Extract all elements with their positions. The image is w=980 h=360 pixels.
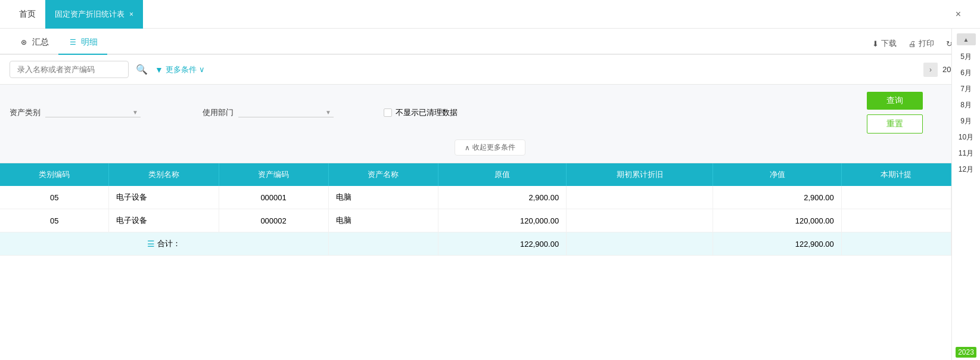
year-badge: 2023 (956, 347, 976, 358)
more-conditions-button[interactable]: ▼ 更多条件 ∨ (155, 64, 205, 75)
query-button[interactable]: 查询 (867, 92, 923, 110)
month-item[interactable]: 12月 (959, 162, 973, 178)
table-row: 05 电子设备 000002 电脑 120,000.00 120,000.00 (0, 209, 951, 232)
cell-accumulated-depreciation (567, 209, 713, 232)
tab-detail-label: 明细 (81, 37, 98, 48)
table-header-row: 类别编码 类别名称 资产编码 资产名称 原值 期初累计折旧 净值 本期计提 (0, 163, 951, 186)
col-header-net-value: 净值 (713, 163, 841, 186)
window-close-button[interactable]: × (946, 4, 970, 24)
print-label: 打印 (919, 38, 934, 49)
col-header-asset-name: 资产名称 (328, 163, 438, 186)
collapse-label: 收起更多条件 (472, 142, 515, 153)
asset-category-select[interactable]: ▼ (45, 108, 141, 117)
download-label: 下载 (881, 38, 897, 49)
cell-asset-name: 电脑 (328, 186, 438, 209)
depreciation-table: 类别编码 类别名称 资产编码 资产名称 原值 期初累计折旧 净值 本期计提 05… (0, 163, 951, 256)
col-header-accumulated-depreciation: 期初累计折旧 (567, 163, 713, 186)
month-item[interactable]: 10月 (959, 129, 973, 145)
hide-cleared-checkbox[interactable] (384, 108, 392, 117)
search-icon[interactable]: 🔍 (136, 64, 148, 75)
cell-net-value: 2,900.00 (713, 186, 841, 209)
cell-category-name: 电子设备 (109, 209, 219, 232)
total-label-cell: ☰ 合计： (0, 232, 328, 256)
cell-current-depreciation (841, 209, 951, 232)
main-content: ⊛ 汇总 ☰ 明细 ⬇ 下载 🖨 打印 ↻ 刷新 🔍 ▼ (0, 29, 980, 360)
months-list: 5月6月7月8月9月10月11月12月 (959, 49, 973, 178)
hide-cleared-checkbox-item: 不显示已清理数据 (384, 107, 458, 118)
filter-asset-category: 资产类别 ▼ (10, 107, 141, 118)
cell-asset-name: 电脑 (328, 209, 438, 232)
cell-current-depreciation (841, 186, 951, 209)
chevron-down-icon: ∨ (199, 65, 205, 74)
total-row: ☰ 合计： 122,900.00 122,900.00 (0, 232, 951, 256)
top-nav-right: × (946, 4, 970, 24)
cell-asset-code: 000001 (219, 186, 328, 209)
cell-category-code: 05 (0, 209, 109, 232)
department-label: 使用部门 (203, 107, 234, 118)
month-item[interactable]: 5月 (959, 49, 973, 65)
download-button[interactable]: ⬇ 下载 (872, 38, 897, 49)
cell-asset-code: 000002 (219, 209, 328, 232)
search-bar: 🔍 ▼ 更多条件 ∨ › 2023.01 (0, 55, 980, 85)
asset-category-arrow-icon: ▼ (132, 109, 138, 116)
summary-icon: ⊛ (19, 38, 29, 47)
cell-accumulated-depreciation (567, 186, 713, 209)
more-conditions-label: 更多条件 (166, 64, 197, 75)
filter-icon: ▼ (155, 65, 163, 75)
department-arrow-icon: ▼ (325, 109, 331, 116)
home-link[interactable]: 首页 (10, 9, 45, 20)
col-header-current-depreciation: 本期计提 (841, 163, 951, 186)
collapse-up-icon: ∧ (465, 144, 470, 152)
hide-cleared-label: 不显示已清理数据 (396, 107, 458, 118)
collapse-row: ∧ 收起更多条件 (10, 139, 970, 156)
total-net-value: 122,900.00 (713, 232, 841, 256)
total-label-text: 合计： (157, 238, 181, 249)
asset-category-label: 资产类别 (10, 107, 41, 118)
col-header-original-value: 原值 (438, 163, 566, 186)
month-item[interactable]: 7月 (959, 81, 973, 97)
filter-department: 使用部门 ▼ (203, 107, 334, 118)
scroll-up-button[interactable]: ▲ (957, 33, 976, 45)
top-nav: 首页 固定资产折旧统计表 × × (0, 0, 980, 29)
col-header-asset-code: 资产编码 (219, 163, 328, 186)
total-icon: ☰ (147, 239, 155, 249)
table-container: 类别编码 类别名称 资产编码 资产名称 原值 期初累计折旧 净值 本期计提 05… (0, 163, 951, 360)
total-original-value: 122,900.00 (438, 232, 566, 256)
tab-label: 固定资产折旧统计表 (55, 9, 125, 20)
total-current-depreciation (841, 232, 951, 256)
reset-button[interactable]: 重置 (867, 114, 923, 134)
right-panel: ▲ 5月6月7月8月9月10月11月12月 2023 (951, 29, 980, 360)
tab-summary[interactable]: ⊛ 汇总 (10, 37, 58, 55)
department-select[interactable]: ▼ (238, 108, 334, 117)
filter-row-1: 资产类别 ▼ 使用部门 ▼ 不显示已清理数据 查询 重置 (10, 92, 970, 134)
collapse-conditions-button[interactable]: ∧ 收起更多条件 (455, 139, 525, 156)
filter-panel: 资产类别 ▼ 使用部门 ▼ 不显示已清理数据 查询 重置 (0, 85, 980, 163)
main-tab: 固定资产折旧统计表 × (45, 0, 143, 29)
expand-arrow-button[interactable]: › (923, 63, 938, 77)
cell-original-value: 120,000.00 (438, 209, 566, 232)
tab-summary-label: 汇总 (32, 37, 49, 48)
col-header-category-code: 类别编码 (0, 163, 109, 186)
sub-tabs-bar: ⊛ 汇总 ☰ 明细 ⬇ 下载 🖨 打印 ↻ 刷新 (0, 29, 980, 55)
tab-detail[interactable]: ☰ 明细 (58, 37, 107, 55)
total-asset-name (328, 232, 438, 256)
cell-category-code: 05 (0, 186, 109, 209)
print-button[interactable]: 🖨 打印 (909, 38, 934, 49)
print-icon: 🖨 (909, 39, 916, 48)
month-item[interactable]: 11月 (959, 145, 973, 162)
cell-net-value: 120,000.00 (713, 209, 841, 232)
month-item[interactable]: 8月 (959, 97, 973, 113)
cell-original-value: 2,900.00 (438, 186, 566, 209)
month-item[interactable]: 9月 (959, 113, 973, 129)
cell-category-name: 电子设备 (109, 186, 219, 209)
tab-close-icon[interactable]: × (129, 10, 133, 18)
total-accumulated-depreciation (567, 232, 713, 256)
filter-buttons: 查询 重置 (867, 92, 923, 134)
table-body: 05 电子设备 000001 电脑 2,900.00 2,900.00 05 电… (0, 186, 951, 256)
col-header-category-name: 类别名称 (109, 163, 219, 186)
month-item[interactable]: 6月 (959, 65, 973, 81)
download-icon: ⬇ (872, 39, 879, 48)
detail-icon: ☰ (68, 38, 77, 47)
table-row: 05 电子设备 000001 电脑 2,900.00 2,900.00 (0, 186, 951, 209)
search-input[interactable] (10, 61, 129, 78)
